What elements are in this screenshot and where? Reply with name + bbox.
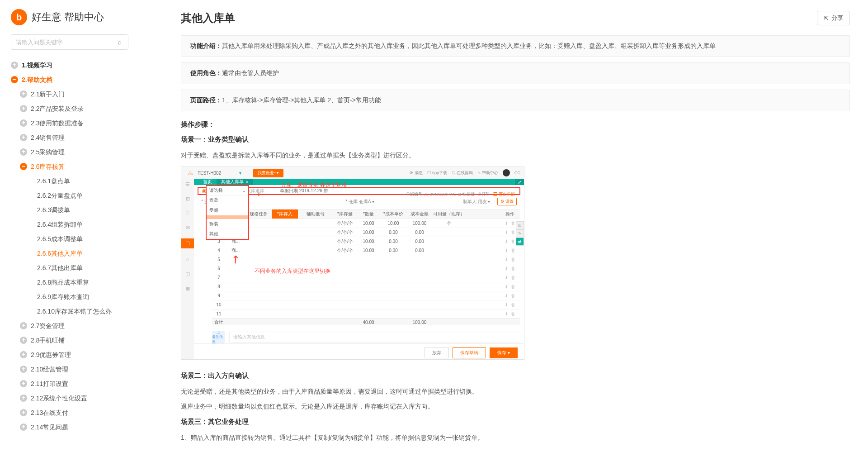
ss-nav-icon[interactable]: ⊞ — [184, 195, 191, 202]
table-row[interactable]: 9⬇🗑 — [212, 291, 520, 300]
close-icon[interactable]: × — [245, 180, 248, 185]
search-input[interactable] — [11, 34, 128, 50]
ss-tool-icon[interactable]: ⊡ — [516, 221, 524, 229]
nav-item-label: 2.14常见问题 — [31, 420, 68, 434]
dropdown-item[interactable]: 拆装 — [207, 219, 248, 229]
nav-2-12[interactable]: +2.12系统个性化设置 — [11, 391, 126, 405]
nav-video-learning[interactable]: +1.视频学习 — [11, 58, 126, 72]
ss-tabs-expand-icon[interactable]: ⤢ — [515, 179, 524, 185]
download-icon[interactable]: ⬇ — [505, 221, 508, 226]
ss-tab-home[interactable]: 首页 — [198, 179, 217, 185]
delete-icon[interactable]: 🗑 — [511, 257, 515, 262]
dropdown-item[interactable]: 受赠 — [207, 205, 248, 215]
nav-2-6-1[interactable]: 2.6.1盘点单 — [11, 174, 126, 188]
nav-2-6-6[interactable]: 2.6.6其他入库单 — [11, 246, 126, 261]
nav-2-4[interactable]: +2.4销售管理 — [11, 130, 126, 145]
ss-nav-icon[interactable]: ☰ — [184, 181, 191, 188]
nav-2-8[interactable]: +2.8手机旺铺 — [11, 333, 126, 347]
sidebar: b 好生意 帮助中心 ⌕ +1.视频学习 –2.帮助文档 +2.1新手入门 +2… — [0, 0, 136, 452]
download-icon[interactable]: ⬇ — [505, 248, 508, 253]
scene2-p1: 无论是受赠，还是其他类型的业务，由于入库商品质量等原因，需要退回，这时可通过单据… — [181, 386, 850, 396]
download-icon[interactable]: ⬇ — [505, 311, 508, 316]
ss-nav-icon[interactable]: ⌂ — [184, 256, 191, 263]
ss-link-help[interactable]: ⊙ 帮助中心 — [477, 170, 498, 176]
ss-setting-button[interactable]: ⚙ 设置 — [497, 198, 517, 205]
nav-2-6-7[interactable]: 2.6.7其他出库单 — [11, 261, 126, 275]
nav-2-10[interactable]: +2.10经营管理 — [11, 362, 126, 376]
ss-warehouse-field[interactable]: * 仓库 仓库A ▾ — [345, 199, 374, 204]
draft-button[interactable]: 保存草稿 — [453, 347, 486, 358]
download-icon[interactable]: ⬇ — [505, 302, 508, 307]
table-row[interactable]: 2商...个/个/个10.000.000.00⬇🗑 — [212, 228, 520, 237]
nav-2-9[interactable]: +2.9优惠券管理 — [11, 347, 126, 362]
ss-link-msg[interactable]: ⟳ 消息 — [410, 170, 423, 176]
delete-icon[interactable]: 🗑 — [511, 266, 515, 271]
delete-icon[interactable]: 🗑 — [511, 311, 515, 316]
ss-tool-icon[interactable]: ✎ — [516, 229, 524, 238]
nav-2-6-4[interactable]: 2.6.4组装拆卸单 — [11, 217, 126, 232]
delete-icon[interactable]: 🗑 — [511, 284, 515, 289]
nav-2-14[interactable]: +2.14常见问题 — [11, 420, 126, 434]
search-icon[interactable]: ⌕ — [118, 38, 122, 46]
delete-icon[interactable]: 🗑 — [511, 293, 515, 298]
table-row[interactable]: 4商...个/个/个10.000.000.00⬇🗑 — [212, 246, 520, 255]
save-button[interactable]: 保存 ▾ — [490, 347, 518, 358]
ss-tool-icon[interactable]: ⇄ — [516, 238, 524, 246]
nav-2-6-10[interactable]: 2.6.10库存账本错了怎么办 — [11, 304, 126, 319]
table-row[interactable]: 8⬇🗑 — [212, 282, 520, 291]
ss-nav-icon[interactable]: ◫ — [184, 270, 191, 277]
dropdown-item[interactable] — [207, 215, 248, 219]
ss-brand-icon: ♨ — [185, 167, 196, 178]
scene1-title: 场景一：业务类型确认 — [181, 135, 850, 144]
ss-nav-icon[interactable]: ♡ — [184, 209, 191, 217]
ss-nav-icon[interactable]: ▦ — [184, 285, 191, 292]
table-row[interactable]: 11⬇🗑 — [212, 309, 520, 319]
nav-2-1[interactable]: +2.1新手入门 — [11, 87, 126, 101]
dropdown-item[interactable]: 其他 — [207, 229, 248, 239]
ss-maker-field[interactable]: 制单人 用友 ▾ — [463, 199, 491, 205]
download-icon[interactable]: ⬇ — [505, 293, 508, 298]
nav-2-6-3[interactable]: 2.6.3调拨单 — [11, 203, 126, 217]
nav-2-11[interactable]: +2.11打印设置 — [11, 376, 126, 391]
delete-icon[interactable]: 🗑 — [511, 221, 515, 226]
ss-link-chat[interactable]: ♡ 在线咨询 — [452, 170, 473, 176]
nav-2-6-8[interactable]: 2.6.8商品成本重算 — [11, 275, 126, 290]
download-icon[interactable]: ⬇ — [505, 266, 508, 271]
nav-2-2[interactable]: +2.2产品安装及登录 — [11, 101, 126, 116]
delete-icon[interactable]: 🗑 — [511, 239, 515, 244]
nav-2-13[interactable]: +2.13在线支付 — [11, 405, 126, 420]
download-icon[interactable]: ⬇ — [505, 230, 508, 235]
ss-nav-icon-active[interactable]: ☐ — [181, 238, 194, 248]
share-button[interactable]: ⇱分享 — [817, 11, 850, 25]
download-icon[interactable]: ⬇ — [505, 275, 508, 280]
nav-2-6-2[interactable]: 2.6.2分量盘点单 — [11, 188, 126, 203]
delete-icon[interactable]: 🗑 — [511, 275, 515, 280]
ss-link-app[interactable]: ☐ App下载 — [427, 170, 447, 176]
annotation-text-2: 不同业务的入库类型在这里切换 — [255, 267, 330, 275]
download-icon[interactable]: ⬇ — [505, 239, 508, 244]
nav-2-7[interactable]: +2.7资金管理 — [11, 319, 126, 333]
table-row[interactable]: 5⬇🗑 — [212, 255, 520, 264]
table-row[interactable]: 1商...个/个/个10.0010.00100.00个⬇🗑 — [212, 219, 520, 228]
delete-icon[interactable]: 🗑 — [511, 230, 515, 235]
ss-top-button[interactable]: 我要做业~▾ — [253, 169, 283, 177]
table-row[interactable]: 3商...个/个/个10.000.000.00⬇🗑 — [212, 237, 520, 246]
dropdown-item[interactable]: 盘盈 — [207, 195, 248, 205]
nav-item-label: 2.9优惠券管理 — [31, 347, 71, 362]
ss-nav-icon[interactable]: ✉ — [184, 224, 191, 231]
download-icon[interactable]: ⬇ — [505, 284, 508, 289]
ss-tab-active[interactable]: 其他入库单× — [217, 179, 253, 185]
nav-2-3[interactable]: +2.3使用前数据准备 — [11, 116, 126, 130]
download-icon[interactable]: ⬇ — [505, 257, 508, 262]
nav-2-6-9[interactable]: 2.6.9库存账本查询 — [11, 290, 126, 304]
table-row[interactable]: 10⬇🗑 — [212, 300, 520, 309]
nav-help-docs[interactable]: –2.帮助文档 — [11, 72, 126, 87]
nav-2-5[interactable]: +2.5采购管理 — [11, 145, 126, 159]
avatar-icon[interactable] — [503, 169, 510, 176]
delete-icon[interactable]: 🗑 — [511, 248, 515, 253]
remark-input[interactable]: 请输入其他信息 — [229, 332, 520, 343]
nav-2-6[interactable]: –2.6库存核算 — [11, 159, 126, 174]
nav-2-6-5[interactable]: 2.6.5成本调整单 — [11, 232, 126, 246]
delete-icon[interactable]: 🗑 — [511, 302, 515, 307]
cancel-button[interactable]: 放弃 — [425, 347, 449, 358]
